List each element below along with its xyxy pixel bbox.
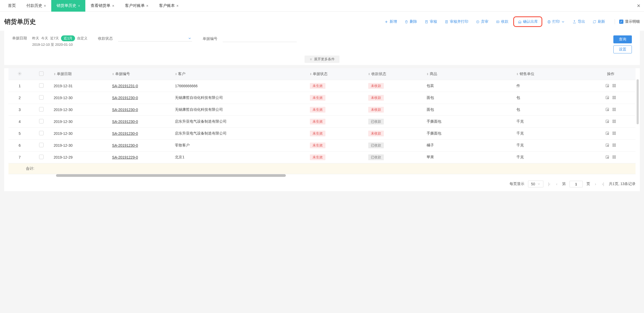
svg-rect-12 [613,96,614,97]
close-icon[interactable]: × [44,4,46,8]
date-quick-picks: 昨天 今天 近7天 近1月 自定义 [32,35,87,41]
doc-code-link[interactable]: SA-20191230-0 [112,108,138,112]
gear-icon[interactable] [18,72,22,76]
more-grid-icon[interactable] [612,107,616,112]
row-checkbox[interactable] [39,155,44,159]
view-detail-icon[interactable] [605,155,609,159]
table-header-row: 单据日期 单据编号 客户 单据状态 收款状态 商品 销售单位 操作 [8,68,636,80]
close-icon[interactable]: × [78,4,80,8]
first-page-button[interactable]: |‹ [547,182,551,186]
col-status[interactable]: 单据状态 [308,68,366,80]
doc-code-link[interactable]: SA-20191230-0 [112,131,138,136]
pay-status-badge: 未收款 [368,95,384,101]
doc-code-link[interactable]: SA-20191230-0 [112,143,138,148]
more-grid-icon[interactable] [612,155,616,159]
date-last-month[interactable]: 近1月 [61,35,75,41]
cell-product: 面包 [424,92,514,104]
settings-button[interactable]: 设置 [613,45,632,53]
tab-customer-statement[interactable]: 客户对账单× [120,0,154,12]
pay-status-select[interactable] [118,35,192,42]
vertical-scrollbar[interactable] [637,79,639,124]
svg-rect-18 [613,108,614,109]
prev-page-button[interactable]: ‹ [555,182,558,186]
doc-code-link[interactable]: SA-20191229-0 [112,155,138,159]
unapprove-button[interactable]: 弃审 [473,18,491,25]
view-detail-icon[interactable] [605,143,609,147]
svg-rect-26 [613,122,614,123]
more-grid-icon[interactable] [612,84,616,88]
receive-button[interactable]: 收款 [493,18,511,25]
filter-label-docno: 单据编号 [203,36,218,41]
select-all-checkbox[interactable] [39,71,44,76]
more-grid-icon[interactable] [612,95,616,100]
refresh-icon [592,20,596,24]
close-all-icon[interactable]: × [637,2,640,9]
col-date[interactable]: 单据日期 [52,68,110,80]
close-icon[interactable]: × [146,4,148,8]
search-button[interactable]: 查询 [613,35,632,43]
unapprove-icon [476,20,480,24]
status-badge: 未生效 [310,95,325,101]
col-unit[interactable]: 销售单位 [514,68,586,80]
more-grid-icon[interactable] [612,131,616,135]
doc-code-link[interactable]: SA-20191230-0 [112,96,138,100]
row-checkbox[interactable] [39,143,44,147]
export-button[interactable]: 导出 [570,18,588,25]
print-button[interactable]: 打印 [544,18,568,25]
col-paystatus[interactable]: 收款状态 [366,68,424,80]
table-row: 42019-12-30SA-20191230-0启东升亚电气设备制造有限公司未生… [8,116,636,128]
svg-rect-44 [613,157,614,158]
page-title: 销货单历史 [4,17,36,26]
row-checkbox[interactable] [39,83,44,88]
doc-code-link[interactable]: SA-20191231-0 [112,84,138,88]
tab-view-sales[interactable]: 查看销货单× [85,0,119,12]
date-custom[interactable]: 自定义 [77,36,87,41]
audit-print-button[interactable]: 审核并打印 [442,18,471,25]
col-product[interactable]: 商品 [424,68,514,80]
page-input[interactable] [570,181,583,187]
print-icon [547,20,551,24]
date-last7[interactable]: 近7天 [50,36,59,41]
more-grid-icon[interactable] [612,119,616,123]
cell-date: 2019-12-30 [52,140,110,151]
view-detail-icon[interactable] [605,95,609,100]
view-detail-icon[interactable] [605,84,609,88]
date-yesterday[interactable]: 昨天 [32,36,39,41]
view-detail-icon[interactable] [605,107,609,112]
next-page-button[interactable]: › [594,182,597,186]
cell-date: 2019-12-30 [52,116,110,128]
cell-customer: 无锡康哲自动化科技有限公司 [173,92,307,104]
last-page-button[interactable]: ›| [601,182,605,186]
col-code[interactable]: 单据编号 [110,68,173,80]
close-icon[interactable]: × [176,4,179,8]
expand-filters-button[interactable]: 展开更多条件 [305,56,339,63]
doc-no-input[interactable] [223,36,296,41]
col-customer[interactable]: 客户 [173,68,307,80]
svg-rect-6 [613,84,614,85]
row-checkbox[interactable] [39,95,44,100]
tab-sales-history[interactable]: 销货单历史× [51,0,85,12]
cell-unit: 千克 [514,151,586,163]
tab-payment-history[interactable]: 付款历史× [21,0,51,12]
svg-rect-21 [615,110,616,111]
audit-button[interactable]: 审核 [422,18,440,25]
tab-customer-ledger[interactable]: 客户账本× [154,0,184,12]
per-page-select[interactable]: 50 [528,181,543,187]
svg-rect-9 [615,86,616,87]
doc-code-link[interactable]: SA-20191230-0 [112,119,138,124]
row-checkbox[interactable] [39,131,44,135]
view-detail-icon[interactable] [605,119,609,123]
new-button[interactable]: 新增 [382,18,400,25]
date-today[interactable]: 今天 [41,36,48,41]
more-grid-icon[interactable] [612,143,616,147]
refresh-button[interactable]: 刷新 [590,18,608,25]
delete-button[interactable]: 删除 [402,18,420,25]
view-detail-icon[interactable] [605,131,609,135]
row-checkbox[interactable] [39,107,44,112]
row-checkbox[interactable] [39,119,44,123]
horizontal-scrollbar[interactable] [8,174,636,177]
tab-home[interactable]: 首页 [3,0,21,12]
show-detail-toggle[interactable]: ✓显示明细 [615,19,640,24]
close-icon[interactable]: × [112,4,114,8]
confirm-out-button[interactable]: 确认出库 [513,16,542,27]
